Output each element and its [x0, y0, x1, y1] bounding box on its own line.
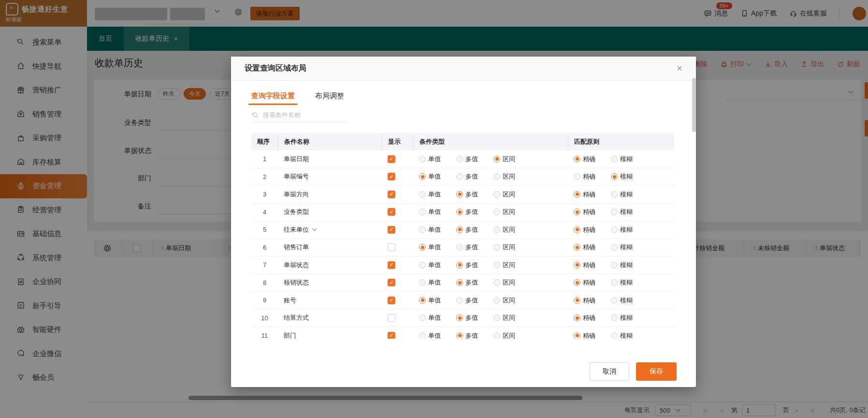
type-radio-单值[interactable]: 单值: [419, 278, 441, 287]
radio-label: 区间: [503, 296, 515, 305]
condition-search-input[interactable]: 搜索条件名称: [251, 109, 348, 123]
radio-label: 模糊: [620, 331, 633, 339]
condition-row-往来单位: 5往来单位✓单值多值区间精确模糊: [251, 221, 674, 239]
match-radio-模糊[interactable]: 模糊: [611, 261, 633, 269]
match-radio-精确[interactable]: 精确: [574, 172, 595, 181]
show-checkbox[interactable]: ✓: [388, 261, 395, 269]
type-radio-区间[interactable]: 区间: [493, 155, 515, 164]
type-radio-区间[interactable]: 区间: [493, 314, 515, 322]
show-checkbox[interactable]: ✓: [388, 155, 395, 163]
radio-icon: [574, 156, 580, 163]
show-checkbox[interactable]: [388, 243, 395, 251]
match-radio-精确[interactable]: 精确: [574, 208, 595, 216]
radio-label: 模糊: [620, 190, 633, 199]
condition-name: 往来单位: [284, 225, 309, 234]
match-radio-模糊[interactable]: 模糊: [611, 243, 633, 252]
type-radio-多值[interactable]: 多值: [456, 208, 478, 216]
type-radio-单值[interactable]: 单值: [419, 261, 441, 269]
match-radio-精确[interactable]: 精确: [574, 278, 595, 287]
match-radio-模糊[interactable]: 模糊: [611, 172, 633, 181]
search-icon: [251, 111, 259, 119]
show-checkbox[interactable]: ✓: [388, 173, 395, 180]
type-radio-多值[interactable]: 多值: [456, 261, 478, 269]
type-radio-区间[interactable]: 区间: [493, 261, 515, 269]
row-order: 10: [251, 314, 278, 322]
radio-label: 精确: [583, 278, 595, 287]
chevron-down-icon[interactable]: [312, 228, 317, 231]
type-radio-多值[interactable]: 多值: [456, 278, 478, 287]
match-radio-精确[interactable]: 精确: [574, 314, 595, 322]
show-checkbox[interactable]: ✓: [388, 297, 395, 304]
type-radio-多值[interactable]: 多值: [456, 331, 478, 339]
show-checkbox[interactable]: ✓: [388, 208, 395, 216]
show-checkbox[interactable]: ✓: [388, 191, 395, 198]
modal-column-显示: 显示: [382, 133, 413, 150]
radio-label: 单值: [428, 155, 441, 164]
radio-icon: [611, 226, 618, 233]
type-radio-单值[interactable]: 单值: [419, 172, 441, 181]
radio-icon: [419, 279, 426, 286]
radio-icon: [493, 244, 500, 251]
match-radio-模糊[interactable]: 模糊: [611, 208, 633, 216]
close-icon[interactable]: ×: [677, 63, 682, 74]
type-radio-区间[interactable]: 区间: [493, 190, 515, 199]
match-radio-模糊[interactable]: 模糊: [611, 331, 633, 339]
condition-name: 单据方向: [284, 190, 309, 199]
type-radio-多值[interactable]: 多值: [456, 190, 478, 199]
type-radio-区间[interactable]: 区间: [493, 172, 515, 181]
match-radio-精确[interactable]: 精确: [574, 155, 595, 164]
type-radio-单值[interactable]: 单值: [419, 243, 441, 252]
match-radio-精确[interactable]: 精确: [574, 261, 595, 269]
type-radio-区间[interactable]: 区间: [493, 331, 515, 339]
type-radio-单值[interactable]: 单值: [419, 296, 441, 305]
type-radio-单值[interactable]: 单值: [419, 225, 441, 234]
modal-tab-1[interactable]: 布局调整: [315, 91, 344, 105]
show-checkbox[interactable]: ✓: [388, 226, 395, 234]
type-radio-区间[interactable]: 区间: [493, 225, 515, 234]
save-button[interactable]: 保存: [636, 362, 677, 381]
radio-icon: [456, 314, 463, 321]
match-radio-模糊[interactable]: 模糊: [611, 155, 633, 164]
match-radio-精确[interactable]: 精确: [574, 225, 595, 234]
show-checkbox[interactable]: ✓: [388, 332, 395, 339]
radio-label: 单值: [428, 314, 441, 322]
match-radio-精确[interactable]: 精确: [574, 296, 595, 305]
radio-label: 精确: [583, 243, 595, 252]
type-radio-多值[interactable]: 多值: [456, 155, 478, 164]
type-radio-单值[interactable]: 单值: [419, 331, 441, 339]
type-radio-多值[interactable]: 多值: [456, 296, 478, 305]
radio-icon: [611, 209, 618, 215]
type-radio-单值[interactable]: 单值: [419, 314, 441, 322]
type-radio-单值[interactable]: 单值: [419, 208, 441, 216]
match-radio-精确[interactable]: 精确: [574, 331, 595, 339]
type-radio-区间[interactable]: 区间: [493, 278, 515, 287]
cancel-button[interactable]: 取消: [590, 362, 629, 381]
show-checkbox[interactable]: [388, 314, 395, 322]
radio-icon: [493, 226, 500, 233]
radio-label: 模糊: [620, 278, 633, 287]
radio-icon: [493, 297, 500, 304]
type-radio-单值[interactable]: 单值: [419, 155, 441, 164]
radio-label: 单值: [428, 243, 441, 252]
match-radio-模糊[interactable]: 模糊: [611, 225, 633, 234]
radio-label: 模糊: [620, 296, 633, 305]
show-checkbox[interactable]: ✓: [388, 279, 395, 286]
type-radio-单值[interactable]: 单值: [419, 190, 441, 199]
type-radio-区间[interactable]: 区间: [493, 208, 515, 216]
match-radio-模糊[interactable]: 模糊: [611, 314, 633, 322]
modal-tab-0[interactable]: 查询字段设置: [251, 91, 295, 105]
type-radio-多值[interactable]: 多值: [456, 225, 478, 234]
modal-scrollbar[interactable]: [692, 78, 696, 132]
match-radio-精确[interactable]: 精确: [574, 243, 595, 252]
type-radio-多值[interactable]: 多值: [456, 172, 478, 181]
type-radio-多值[interactable]: 多值: [456, 314, 478, 322]
match-radio-模糊[interactable]: 模糊: [611, 296, 633, 305]
match-radio-精确[interactable]: 精确: [574, 190, 595, 199]
row-order: 1: [251, 155, 278, 163]
radio-label: 多值: [465, 261, 478, 269]
match-radio-模糊[interactable]: 模糊: [611, 278, 633, 287]
type-radio-区间[interactable]: 区间: [493, 296, 515, 305]
type-radio-区间[interactable]: 区间: [493, 243, 515, 252]
type-radio-多值[interactable]: 多值: [456, 243, 478, 252]
match-radio-模糊[interactable]: 模糊: [611, 190, 633, 199]
